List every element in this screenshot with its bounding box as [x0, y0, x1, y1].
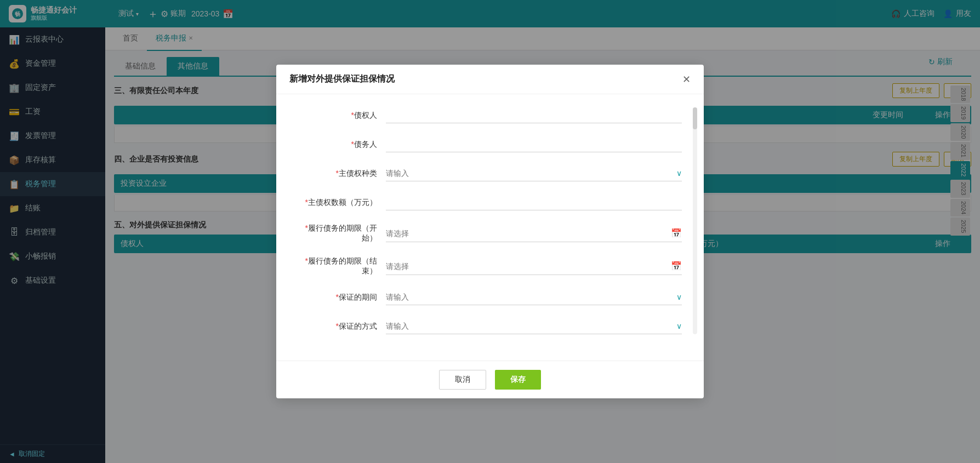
debtor-input[interactable] [386, 136, 682, 152]
period-end-input[interactable] [386, 262, 671, 271]
modal-body: *债权人 *债务人 *主债权种类 [276, 94, 704, 361]
debtor-field: *债务人 [298, 136, 682, 152]
guarantee-method-required-mark: * [336, 322, 339, 330]
debtor-required-mark: * [351, 140, 354, 148]
guarantee-method-select[interactable]: ∨ [386, 318, 682, 334]
period-start-field: *履行债务的期限（开始） 📅 [298, 224, 682, 243]
cancel-button[interactable]: 取消 [439, 370, 486, 390]
guarantee-period-label: *保证的期间 [298, 293, 386, 302]
period-end-label: *履行债务的期限（结束） [298, 256, 386, 276]
period-end-field: *履行债务的期限（结束） 📅 [298, 256, 682, 276]
save-button[interactable]: 保存 [495, 370, 541, 390]
guarantee-period-field: *保证的期间 ∨ [298, 289, 682, 305]
guarantee-method-input[interactable] [386, 322, 676, 330]
period-start-input[interactable] [386, 229, 671, 238]
period-start-required-mark: * [305, 224, 308, 232]
guarantee-method-label: *保证的方式 [298, 322, 386, 331]
creditor-input[interactable] [386, 107, 682, 123]
modal-footer: 取消 保存 [276, 361, 704, 398]
guarantee-method-chevron-icon: ∨ [676, 322, 682, 330]
modal-close-button[interactable]: ✕ [682, 75, 691, 84]
guarantee-period-required-mark: * [336, 293, 339, 301]
debt-type-label: *主债权种类 [298, 169, 386, 179]
modal-overlay[interactable]: 新增对外提供保证担保情况 ✕ *债权人 *债务人 [0, 0, 980, 463]
period-end-calendar-icon[interactable]: 📅 [671, 261, 682, 271]
creditor-required-mark: * [351, 111, 354, 119]
debt-amount-field: *主债权数额（万元） [298, 195, 682, 210]
period-end-required-mark: * [305, 256, 308, 265]
guarantee-period-select[interactable]: ∨ [386, 289, 682, 305]
guarantee-period-chevron-icon: ∨ [676, 293, 682, 301]
debt-amount-label: *主债权数额（万元） [298, 198, 386, 208]
debt-type-required-mark: * [336, 169, 339, 178]
debt-amount-required-mark: * [305, 198, 308, 207]
period-start-label: *履行债务的期限（开始） [298, 224, 386, 243]
guarantee-method-field: *保证的方式 ∨ [298, 318, 682, 334]
debt-type-input[interactable] [386, 169, 676, 178]
modal: 新增对外提供保证担保情况 ✕ *债权人 *债务人 [276, 65, 704, 398]
creditor-field: *债权人 [298, 107, 682, 123]
modal-header: 新增对外提供保证担保情况 ✕ [276, 65, 704, 94]
debtor-label: *债务人 [298, 140, 386, 150]
period-start-date[interactable]: 📅 [386, 225, 682, 242]
period-end-date[interactable]: 📅 [386, 258, 682, 275]
guarantee-period-input[interactable] [386, 293, 676, 301]
debt-type-chevron-icon: ∨ [676, 169, 682, 178]
debt-type-field: *主债权种类 ∨ [298, 165, 682, 181]
creditor-label: *债权人 [298, 111, 386, 121]
modal-title: 新增对外提供保证担保情况 [289, 73, 395, 85]
debt-amount-input[interactable] [386, 195, 682, 210]
period-start-calendar-icon[interactable]: 📅 [671, 228, 682, 238]
debt-type-select[interactable]: ∨ [386, 165, 682, 181]
